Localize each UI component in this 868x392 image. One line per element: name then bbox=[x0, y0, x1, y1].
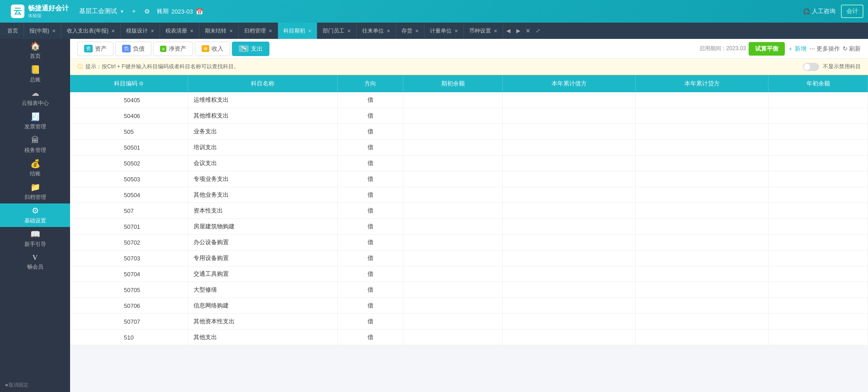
ledger-icon: 📒 bbox=[30, 65, 40, 75]
balance-button[interactable]: 试算平衡 bbox=[749, 42, 785, 56]
table-row[interactable]: 50504 其他业务支出 借 bbox=[70, 187, 868, 203]
cell-direction: 借 bbox=[337, 124, 403, 140]
company-dropdown-icon[interactable]: ▼ bbox=[120, 9, 124, 14]
sub-tab-expense[interactable]: 📡 支出 bbox=[232, 42, 269, 56]
sidebar-item-invoice[interactable]: 🧾 发票管理 bbox=[0, 109, 70, 133]
disable-toggle[interactable] bbox=[803, 63, 819, 71]
tab-bar: 首页 报(中期) ✕ 收入支出表(年报) ✕ 模版设计 ✕ 税表清册 ✕ 期末结… bbox=[0, 23, 868, 39]
table-row[interactable]: 50503 专项业务支出 借 bbox=[70, 171, 868, 187]
tab-expand-button[interactable]: ⤢ bbox=[533, 23, 543, 39]
sidebar-label-ledger: 总账 bbox=[30, 76, 41, 84]
tab-home[interactable]: 首页 bbox=[2, 23, 24, 39]
table-area[interactable]: 科目编码 ⚙ 科目名称 方向 期初余额 本年累计借方 本年累计贷方 年初余额 5… bbox=[70, 75, 868, 392]
cell-direction: 借 bbox=[337, 266, 403, 282]
archive-icon: 📁 bbox=[30, 182, 40, 192]
tab-close-icon[interactable]: ✕ bbox=[415, 28, 419, 33]
tab-close-icon[interactable]: ✕ bbox=[269, 28, 272, 33]
tab-template[interactable]: 模版设计 ✕ bbox=[121, 23, 160, 39]
add-tab-button[interactable]: ＋ bbox=[129, 6, 139, 16]
tab-subject-init[interactable]: 科目期初 ✕ bbox=[278, 23, 317, 39]
cell-name: 其他业务支出 bbox=[188, 187, 337, 203]
service-button[interactable]: 🎧 人工咨询 bbox=[803, 7, 835, 15]
tab-next-button[interactable]: ▶ bbox=[513, 23, 523, 39]
tab-close-icon[interactable]: ✕ bbox=[229, 28, 233, 33]
tab-archive[interactable]: 归档管理 ✕ bbox=[239, 23, 278, 39]
tab-department[interactable]: 部门员工 ✕ bbox=[317, 23, 357, 39]
table-row[interactable]: 50704 交通工具购置 借 bbox=[70, 266, 868, 282]
sidebar-item-settings[interactable]: ⚙ 基础设置 bbox=[0, 203, 70, 227]
tab-unit[interactable]: 计量单位 ✕ bbox=[425, 23, 464, 39]
table-row[interactable]: 507 资本性支出 借 bbox=[70, 203, 868, 219]
tab-close-icon[interactable]: ✕ bbox=[308, 28, 311, 33]
tab-contacts[interactable]: 往来单位 ✕ bbox=[357, 23, 396, 39]
tab-income-annual[interactable]: 收入支出表(年报) ✕ bbox=[61, 23, 121, 39]
col-ytd-credit: 本年累计贷方 bbox=[636, 75, 769, 92]
tab-close-icon[interactable]: ✕ bbox=[387, 28, 390, 33]
income-tag: ⊕ bbox=[202, 45, 209, 52]
tab-close-icon[interactable]: ✕ bbox=[52, 28, 56, 33]
table-row[interactable]: 50707 其他资本性支出 借 bbox=[70, 314, 868, 330]
col-ytd-debit: 本年累计借方 bbox=[503, 75, 636, 92]
tab-close-icon[interactable]: ✕ bbox=[151, 28, 154, 33]
sidebar-item-archive[interactable]: 📁 归档管理 bbox=[0, 180, 70, 203]
tab-inventory[interactable]: 存货 ✕ bbox=[396, 23, 425, 39]
tab-close-icon[interactable]: ✕ bbox=[454, 28, 458, 33]
cell-code: 50503 bbox=[70, 171, 188, 187]
calendar-icon[interactable]: 📅 bbox=[196, 8, 203, 15]
table-row[interactable]: 50703 专用设备购置 借 bbox=[70, 250, 868, 266]
tab-tax-table[interactable]: 税表清册 ✕ bbox=[160, 23, 199, 39]
sidebar-item-guide[interactable]: 📖 新手引导 bbox=[0, 227, 70, 250]
tab-close-icon[interactable]: ✕ bbox=[494, 28, 497, 33]
tab-report-mid[interactable]: 报(中期) ✕ bbox=[24, 23, 61, 39]
settle-icon: 💰 bbox=[30, 159, 40, 169]
cell-year-balance bbox=[769, 250, 868, 266]
table-row[interactable]: 50501 培训支出 借 bbox=[70, 140, 868, 156]
tab-close-all-button[interactable]: ✕ bbox=[523, 23, 533, 39]
sub-tab-equity[interactable]: ≡ 净资产 bbox=[153, 42, 193, 56]
logo-text: 畅捷通好会计 体验版 bbox=[28, 4, 69, 19]
table-row[interactable]: 50502 会议支出 借 bbox=[70, 156, 868, 171]
period-display: 启用期间：2023.03 bbox=[699, 45, 746, 52]
warning-icon: ⓘ bbox=[77, 63, 83, 71]
sidebar-item-settle[interactable]: 💰 结账 bbox=[0, 156, 70, 180]
refresh-button[interactable]: ↻ 刷新 bbox=[843, 45, 861, 53]
table-row[interactable]: 50405 运维维权支出 借 bbox=[70, 92, 868, 108]
table-row[interactable]: 50706 信息网络购建 借 bbox=[70, 298, 868, 314]
table-row[interactable]: 505 业务支出 借 bbox=[70, 124, 868, 140]
tab-close-icon[interactable]: ✕ bbox=[190, 28, 193, 33]
sidebar-item-tax[interactable]: 🏛 税务管理 bbox=[0, 133, 70, 156]
sidebar-item-vip[interactable]: V 畅会员 bbox=[0, 250, 70, 274]
add-button[interactable]: ＋ 新增 bbox=[788, 45, 807, 53]
sidebar-item-cloud-report[interactable]: ☁ 云报表中心 bbox=[0, 86, 70, 109]
table-row[interactable]: 50406 其他维权支出 借 bbox=[70, 108, 868, 124]
more-button[interactable]: ⋯ 更多操作 bbox=[809, 45, 840, 53]
account-button[interactable]: 会计 bbox=[841, 5, 863, 18]
sub-tab-income[interactable]: ⊕ 收入 bbox=[195, 42, 230, 56]
col-init-balance: 期初余额 bbox=[403, 75, 503, 92]
cell-credit bbox=[636, 124, 769, 140]
sub-tab-liability[interactable]: 负 负债 bbox=[115, 42, 151, 56]
tab-period-close[interactable]: 期末结转 ✕ bbox=[199, 23, 239, 39]
table-row[interactable]: 510 其他支出 借 bbox=[70, 330, 868, 345]
company-selector[interactable]: 基层工会测试 ▼ bbox=[79, 7, 124, 15]
cell-credit bbox=[636, 187, 769, 203]
sub-tab-asset[interactable]: 资 资产 bbox=[77, 42, 113, 56]
sidebar-collapse-button[interactable]: ◄取消固定 bbox=[0, 378, 70, 392]
col-settings-icon[interactable]: ⚙ bbox=[139, 80, 144, 87]
toggle-label: 不显示禁用科目 bbox=[823, 63, 861, 71]
tab-prev-button[interactable]: ◀ bbox=[503, 23, 513, 39]
tax-icon: 🏛 bbox=[31, 136, 39, 145]
tab-close-icon[interactable]: ✕ bbox=[111, 28, 115, 33]
sidebar-label-settings: 基础设置 bbox=[24, 217, 46, 225]
table-row[interactable]: 50705 大型修缮 借 bbox=[70, 282, 868, 298]
tab-close-icon[interactable]: ✕ bbox=[347, 28, 351, 33]
settings-icon[interactable]: ⚙ bbox=[142, 6, 152, 16]
hint-right: 不显示禁用科目 bbox=[803, 63, 861, 71]
sidebar-item-home[interactable]: 🏠 首页 bbox=[0, 39, 70, 62]
table-row[interactable]: 50701 房屋建筑物购建 借 bbox=[70, 219, 868, 235]
tab-currency[interactable]: 币种设置 ✕ bbox=[464, 23, 503, 39]
table-row[interactable]: 50702 办公设备购置 借 bbox=[70, 235, 868, 250]
sidebar-item-ledger[interactable]: 📒 总账 bbox=[0, 62, 70, 86]
cell-code: 50704 bbox=[70, 266, 188, 282]
col-code: 科目编码 ⚙ bbox=[70, 75, 188, 92]
